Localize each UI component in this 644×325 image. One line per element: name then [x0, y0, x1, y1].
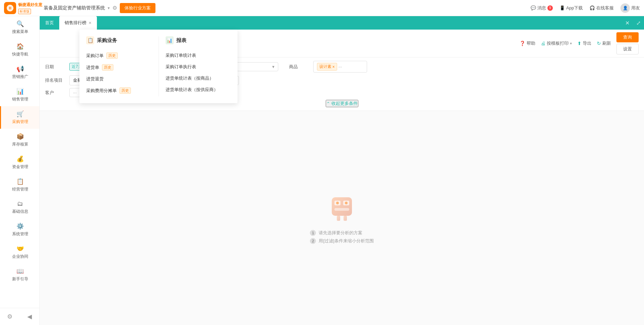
sidebar-item-basic-info[interactable]: 🗂 基础信息 [0, 196, 39, 218]
sidebar-label-guide: 新手引导 [12, 276, 28, 282]
purchase-business-label: 采购业务 [97, 37, 117, 44]
dropdown-item-po-stats[interactable]: 采购订单统计表 [166, 50, 231, 61]
sidebar-label-operations: 经营管理 [12, 187, 28, 192]
user-menu-button[interactable]: 👤 用友 [620, 3, 640, 13]
tab-bar-end: ✕ ⤢ [622, 20, 644, 26]
sidebar-item-marketing[interactable]: 📢 营销推广 [0, 61, 39, 84]
dropdown-item-incoming-stats-supplier[interactable]: 进货单统计表（按供应商） [166, 84, 231, 95]
dropdown-item-incoming-stats-goods[interactable]: 进货单统计表（按商品） [166, 73, 231, 84]
print-dropdown-icon[interactable]: ▾ [570, 41, 572, 46]
avatar: 👤 [620, 3, 630, 13]
sidebar-label-search: 搜索菜单 [12, 29, 28, 35]
main-layout: 🔍 搜索菜单 🏠 快捷导航 📢 营销推广 📊 销售管理 🛒 采购管理 📦 库存核… [0, 16, 644, 325]
system-title: 装备及固定资产辅助管理系统 [44, 5, 105, 11]
capital-icon: 💰 [16, 155, 24, 163]
sidebar-label-purchase: 采购管理 [12, 119, 28, 125]
phone-icon: 📱 [560, 5, 565, 10]
marketing-icon: 📢 [16, 65, 24, 73]
print-button[interactable]: 🖨 按模板打印 ▾ [541, 40, 572, 46]
system-icon: ⚙️ [16, 222, 24, 230]
help-icon: ❓ [520, 41, 525, 46]
rank-label: 排名项目 [45, 77, 65, 83]
header-right: 💬 消息 9 📱 App下载 🎧 在线客服 👤 用友 [531, 3, 640, 13]
settings-button[interactable]: 设置 [616, 44, 639, 54]
print-label: 按模板打印 [547, 40, 569, 46]
goods-tag-close-icon[interactable]: × [332, 65, 335, 69]
sidebar-bottom: ⚙ ◀ [0, 308, 39, 325]
sidebar-item-guide[interactable]: 📖 新手引导 [0, 263, 39, 286]
sidebar-label-capital: 资金管理 [12, 164, 28, 170]
sidebar-label-quick-nav: 快捷导航 [12, 51, 28, 57]
tab-home[interactable]: 首页 [40, 16, 59, 30]
sidebar-item-system[interactable]: ⚙️ 系统管理 [0, 218, 39, 241]
basic-info-icon: 🗂 [17, 200, 23, 207]
refresh-label: 刷新 [602, 40, 611, 46]
tab-sales-ranking[interactable]: 销售排行榜 ✕ [59, 16, 97, 30]
dropdown-item-purchase-expense[interactable]: 采购费用分摊单 历史 [86, 85, 152, 96]
empty-icon-wrapper [322, 192, 362, 226]
online-service-button[interactable]: 🎧 在线客服 [589, 5, 614, 11]
report-label: 报表 [176, 37, 186, 44]
top-header: 畅捷通好生意 标准版 装备及固定资产辅助管理系统 ▾ ⚙ 体验行业方案 💬 消息… [0, 0, 644, 16]
sidebar-item-cooperation[interactable]: 🤝 企业协同 [0, 241, 39, 263]
sidebar-label-marketing: 营销推广 [12, 74, 28, 80]
settings-gear-icon[interactable]: ⚙ [112, 5, 117, 11]
empty-illustration [325, 194, 359, 224]
hint-text-1: 请先选择要分析的方案 [319, 230, 362, 236]
purchase-title-icon: 📋 [86, 36, 94, 44]
purchase-order-label: 采购订单 [86, 53, 104, 59]
voucher-status-arrow-icon: ▾ [272, 64, 275, 69]
hint-num-1: 1 [310, 230, 316, 236]
tab-close-icon[interactable]: ✕ [88, 21, 92, 25]
sidebar-item-operations[interactable]: 📋 经营管理 [0, 174, 39, 196]
sidebar-item-inventory[interactable]: 📦 库存核算 [0, 129, 39, 151]
svg-rect-3 [334, 208, 349, 211]
industry-solution-button[interactable]: 体验行业方案 [120, 3, 155, 13]
po-stats-label: 采购订单统计表 [166, 52, 196, 58]
export-icon: ⬆ [577, 41, 581, 46]
header-title-area: 装备及固定资产辅助管理系统 ▾ ⚙ 体验行业方案 [44, 3, 531, 13]
export-label: 导出 [583, 40, 592, 46]
goods-more-icon[interactable]: ··· [338, 64, 342, 69]
app-download-button[interactable]: 📱 App下载 [560, 5, 583, 11]
tab-bar: 首页 销售排行榜 ✕ ✕ ⤢ [40, 16, 644, 30]
sidebar-settings-button[interactable]: ⚙ [0, 311, 20, 322]
tab-maximize-icon[interactable]: ⤢ [633, 20, 644, 26]
dropdown-item-po-exec[interactable]: 采购订单执行表 [166, 61, 231, 73]
refresh-button[interactable]: ↻ 刷新 [597, 40, 611, 46]
empty-hints: 1 请先选择要分析的方案 2 用[过滤]条件来缩小分析范围 [310, 230, 373, 244]
sidebar-label-system: 系统管理 [12, 231, 28, 237]
help-button[interactable]: ❓ 帮助 [520, 40, 535, 46]
tab-close-all-icon[interactable]: ✕ [622, 20, 633, 26]
sidebar-collapse-button[interactable]: ◀ [20, 311, 40, 322]
svg-point-6 [336, 202, 339, 204]
goods-input[interactable]: 设计素 × ··· [313, 61, 367, 73]
export-button[interactable]: ⬆ 导出 [577, 40, 592, 46]
incoming-history-tag: 历史 [102, 64, 113, 71]
query-button[interactable]: 查询 [616, 32, 639, 42]
empty-hint-1: 1 请先选择要分析的方案 [310, 230, 362, 236]
online-service-label: 在线客服 [596, 5, 614, 11]
collapse-button[interactable]: ⌃ 收起更多条件 [326, 100, 358, 107]
purchase-business-col: 📋 采购业务 采购订单 历史 进货单 历史 进货退货 采购费用分摊单 历史 [79, 36, 158, 96]
tab-sales-ranking-label: 销售排行榜 [65, 20, 86, 26]
sidebar-item-purchase[interactable]: 🛒 采购管理 [0, 106, 39, 129]
dropdown-item-return[interactable]: 进货退货 [86, 73, 152, 85]
content-area: 首页 销售排行榜 ✕ ✕ ⤢ ❓ 帮助 🖨 按模板打印 ▾ ⬆ [40, 16, 644, 325]
message-button[interactable]: 💬 消息 9 [531, 5, 553, 11]
customer-more-icon[interactable]: ··· [73, 90, 77, 95]
sidebar-item-search-menu[interactable]: 🔍 搜索菜单 [0, 16, 39, 39]
collapse-up-icon: ⌃ [326, 101, 330, 106]
incoming-stats-supplier-label: 进货单统计表（按供应商） [166, 87, 218, 93]
dropdown-item-purchase-order[interactable]: 采购订单 历史 [86, 50, 152, 62]
sidebar-item-sales[interactable]: 📊 销售管理 [0, 84, 39, 106]
sidebar-item-capital[interactable]: 💰 资金管理 [0, 151, 39, 174]
search-icon: 🔍 [16, 20, 24, 28]
report-title: 📊 报表 [166, 36, 231, 44]
hint-num-2: 2 [310, 238, 316, 244]
dropdown-arrow-icon[interactable]: ▾ [108, 6, 110, 10]
sidebar-item-quick-nav[interactable]: 🏠 快捷导航 [0, 39, 39, 61]
dropdown-item-incoming[interactable]: 进货单 历史 [86, 62, 152, 73]
goods-tag: 设计素 × [317, 63, 337, 71]
empty-state: 1 请先选择要分析的方案 2 用[过滤]条件来缩小分析范围 [40, 111, 644, 325]
